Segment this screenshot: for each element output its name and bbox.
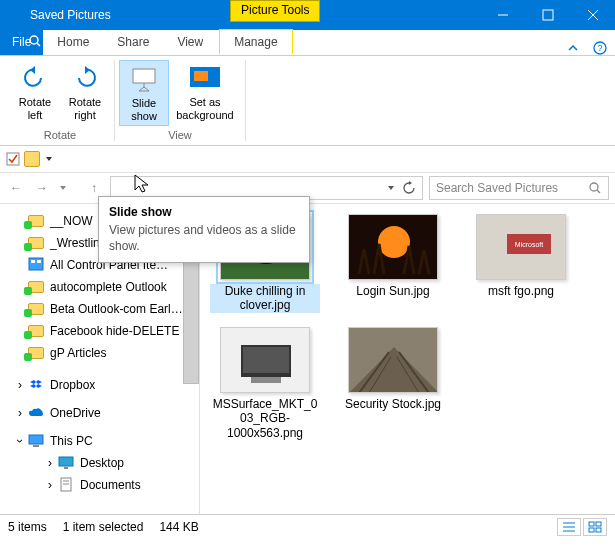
tree-item-dropbox[interactable]: ›Dropbox bbox=[0, 374, 199, 396]
file-name: msft fgo.png bbox=[488, 284, 554, 298]
ribbon-group-rotate: Rotate left Rotate right Rotate bbox=[6, 60, 115, 141]
thumbnail: Microsoft bbox=[476, 214, 566, 280]
thumbnail bbox=[348, 327, 438, 393]
close-button[interactable] bbox=[570, 0, 615, 30]
up-button[interactable]: ↑ bbox=[84, 181, 104, 195]
tree-item[interactable]: gP Articles bbox=[0, 342, 199, 364]
status-size: 144 KB bbox=[159, 520, 198, 534]
svg-point-34 bbox=[378, 226, 410, 258]
chevron-right-icon: › bbox=[48, 478, 52, 492]
tree-item[interactable]: Facebook hide-DELETE bbox=[0, 320, 199, 342]
svg-rect-15 bbox=[7, 153, 19, 165]
rotate-right-icon bbox=[71, 62, 99, 94]
control-panel-icon bbox=[28, 257, 44, 273]
svg-rect-14 bbox=[194, 71, 208, 81]
forward-button[interactable]: → bbox=[32, 181, 52, 195]
details-view-button[interactable] bbox=[557, 518, 581, 536]
chevron-right-icon: › bbox=[18, 406, 22, 420]
tooltip-body: View pictures and videos as a slide show… bbox=[109, 223, 299, 254]
qat-folder-icon[interactable] bbox=[24, 151, 40, 167]
search-box[interactable]: Search Saved Pictures bbox=[429, 176, 609, 200]
file-name: MSSurface_MKT_003_RGB-1000x563.png bbox=[210, 397, 320, 440]
tab-share[interactable]: Share bbox=[103, 29, 163, 55]
set-as-background-button[interactable]: Set as background bbox=[169, 60, 241, 126]
file-item[interactable]: Microsoft msft fgo.png bbox=[466, 214, 576, 313]
svg-rect-51 bbox=[596, 522, 601, 526]
back-button[interactable]: ← bbox=[6, 181, 26, 195]
search-placeholder: Search Saved Pictures bbox=[436, 181, 558, 195]
file-item[interactable]: Security Stock.jpg bbox=[338, 327, 448, 440]
tab-file[interactable]: File bbox=[0, 29, 43, 55]
svg-rect-24 bbox=[64, 467, 68, 469]
svg-rect-41 bbox=[251, 377, 281, 383]
ribbon-group-label-view: View bbox=[168, 129, 192, 141]
slide-show-icon bbox=[129, 63, 159, 95]
tooltip-slide-show: Slide show View pictures and videos as a… bbox=[98, 196, 310, 263]
tree-item-thispc[interactable]: ›This PC bbox=[0, 430, 199, 452]
tree-item-onedrive[interactable]: ›OneDrive bbox=[0, 402, 199, 424]
thumbnail bbox=[220, 327, 310, 393]
svg-rect-8 bbox=[133, 69, 155, 83]
refresh-icon[interactable] bbox=[402, 181, 416, 195]
svg-rect-53 bbox=[596, 528, 601, 532]
tree-item[interactable]: Beta Outlook-com Earl… bbox=[0, 298, 199, 320]
svg-text:?: ? bbox=[597, 43, 602, 53]
status-selected: 1 item selected bbox=[63, 520, 144, 534]
thumbnail bbox=[348, 214, 438, 280]
qat-dropdown-icon[interactable] bbox=[44, 154, 54, 164]
context-tab-picture-tools[interactable]: Picture Tools bbox=[230, 0, 320, 22]
rotate-left-icon bbox=[21, 62, 49, 94]
svg-line-17 bbox=[597, 190, 600, 193]
tree-item-desktop[interactable]: ›Desktop bbox=[0, 452, 199, 474]
svg-rect-21 bbox=[29, 435, 43, 444]
tab-view[interactable]: View bbox=[163, 29, 217, 55]
svg-rect-50 bbox=[589, 522, 594, 526]
pc-icon bbox=[28, 433, 44, 449]
svg-text:Microsoft: Microsoft bbox=[515, 241, 543, 248]
tab-home[interactable]: Home bbox=[43, 29, 103, 55]
svg-line-11 bbox=[139, 87, 144, 91]
svg-line-5 bbox=[37, 43, 40, 46]
file-item[interactable]: Login Sun.jpg bbox=[338, 214, 448, 313]
svg-rect-19 bbox=[31, 260, 35, 263]
thumbnails-view-button[interactable] bbox=[583, 518, 607, 536]
dropbox-icon bbox=[28, 377, 44, 393]
svg-line-12 bbox=[144, 87, 149, 91]
ribbon-group-label-rotate: Rotate bbox=[44, 129, 76, 141]
ribbon: Rotate left Rotate right Rotate Slide sh… bbox=[0, 56, 615, 146]
tree-item[interactable]: autocomplete Outlook bbox=[0, 276, 199, 298]
tooltip-title: Slide show bbox=[109, 205, 299, 219]
tell-me-icon[interactable] bbox=[28, 34, 42, 48]
svg-point-4 bbox=[30, 36, 38, 44]
file-item[interactable]: MSSurface_MKT_003_RGB-1000x563.png bbox=[210, 327, 320, 440]
ribbon-collapse-icon[interactable] bbox=[567, 42, 579, 54]
svg-rect-22 bbox=[33, 445, 39, 447]
titlebar: Saved Pictures Picture Tools bbox=[0, 0, 615, 30]
onedrive-icon bbox=[28, 405, 44, 421]
window-title: Saved Pictures bbox=[0, 8, 111, 22]
rotate-left-button[interactable]: Rotate left bbox=[10, 60, 60, 124]
chevron-right-icon: › bbox=[18, 378, 22, 392]
rotate-right-button[interactable]: Rotate right bbox=[60, 60, 110, 124]
svg-point-16 bbox=[590, 183, 598, 191]
search-icon[interactable] bbox=[588, 181, 602, 195]
file-name: Duke chilling in clover.jpg bbox=[210, 284, 320, 313]
recent-dropdown[interactable] bbox=[58, 183, 78, 193]
tab-manage[interactable]: Manage bbox=[219, 29, 292, 55]
svg-rect-23 bbox=[59, 457, 73, 466]
svg-rect-40 bbox=[243, 347, 289, 373]
help-icon[interactable]: ? bbox=[593, 41, 607, 55]
set-background-icon bbox=[188, 62, 222, 94]
desktop-icon bbox=[58, 455, 74, 471]
qat-checkbox-icon[interactable] bbox=[6, 152, 20, 166]
tree-item-documents[interactable]: ›Documents bbox=[0, 474, 199, 496]
file-name: Security Stock.jpg bbox=[345, 397, 441, 411]
svg-rect-52 bbox=[589, 528, 594, 532]
minimize-button[interactable] bbox=[480, 0, 525, 30]
slide-show-button[interactable]: Slide show bbox=[119, 60, 169, 126]
status-bar: 5 items 1 item selected 144 KB bbox=[0, 514, 615, 538]
ribbon-tabs: File Home Share View Manage ? bbox=[0, 30, 615, 56]
quick-access-toolbar bbox=[0, 146, 615, 172]
maximize-button[interactable] bbox=[525, 0, 570, 30]
address-dropdown-icon[interactable] bbox=[386, 183, 396, 193]
